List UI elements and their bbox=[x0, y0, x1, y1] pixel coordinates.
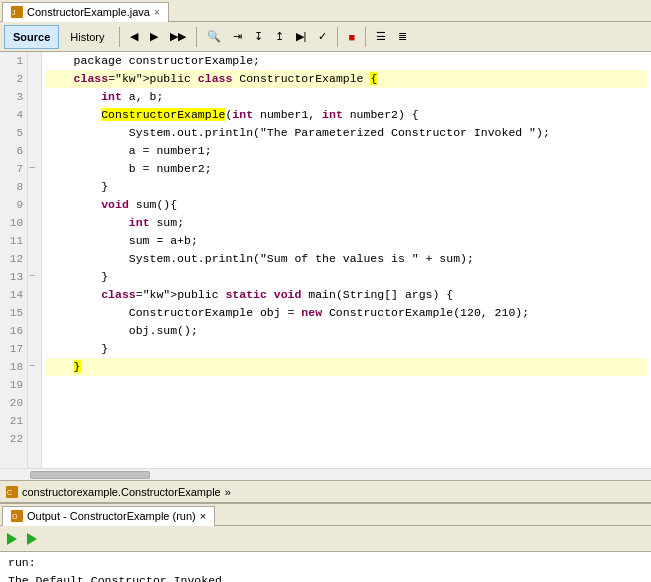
line-number: 18 bbox=[4, 358, 23, 376]
editor-content: 12345678910111213141516171819202122 −−− … bbox=[0, 52, 651, 468]
fold-gutter-cell bbox=[28, 322, 41, 340]
fold-marker[interactable]: − bbox=[29, 160, 35, 178]
fold-gutter-cell bbox=[28, 142, 41, 160]
editor-tab[interactable]: J ConstructorExample.java × bbox=[2, 2, 169, 22]
fold-gutter-cell bbox=[28, 52, 41, 70]
output-content: run:The Default Constructor InvokedSum o… bbox=[0, 552, 651, 582]
editor-tab-bar: J ConstructorExample.java × bbox=[0, 0, 651, 22]
code-line[interactable]: System.out.println("The Parameterized Co… bbox=[46, 124, 647, 142]
code-line[interactable]: class="kw">public static void main(Strin… bbox=[46, 286, 647, 304]
line-number: 13 bbox=[4, 268, 23, 286]
code-line[interactable]: ConstructorExample obj = new Constructor… bbox=[46, 304, 647, 322]
code-line[interactable]: void sum(){ bbox=[46, 196, 647, 214]
fold-gutter-cell bbox=[28, 70, 41, 88]
line-number: 15 bbox=[4, 304, 23, 322]
fold-gutter-cell bbox=[28, 178, 41, 196]
toolbar-search-btn[interactable]: 🔍 bbox=[202, 25, 226, 49]
editor-tab-close[interactable]: × bbox=[154, 7, 160, 18]
toolbar-step-out-btn[interactable]: ↥ bbox=[270, 25, 289, 49]
output-play-btn[interactable] bbox=[4, 531, 20, 547]
fold-gutter-cell: − bbox=[28, 358, 41, 376]
horizontal-scrollbar[interactable] bbox=[0, 468, 651, 480]
svg-text:J: J bbox=[12, 9, 16, 16]
svg-text:O: O bbox=[12, 513, 18, 520]
output-toolbar bbox=[0, 526, 651, 552]
fold-gutter-cell bbox=[28, 214, 41, 232]
code-area[interactable]: package constructorExample; class="kw">p… bbox=[42, 52, 651, 468]
code-line[interactable]: int a, b; bbox=[46, 88, 647, 106]
code-line[interactable]: } bbox=[46, 340, 647, 358]
output-tab-bar: O Output - ConstructorExample (run) × bbox=[0, 504, 651, 526]
toolbar-diff-btn[interactable]: ≣ bbox=[393, 25, 412, 49]
fold-gutter-cell bbox=[28, 376, 41, 394]
toolbar-next-btn[interactable]: ▶ bbox=[145, 25, 163, 49]
code-line[interactable]: obj.sum(); bbox=[46, 322, 647, 340]
code-line[interactable]: int sum; bbox=[46, 214, 647, 232]
code-line[interactable]: } bbox=[46, 268, 647, 286]
line-number: 8 bbox=[4, 178, 23, 196]
toolbar-step-in-btn[interactable]: ↧ bbox=[249, 25, 268, 49]
output-tab[interactable]: O Output - ConstructorExample (run) × bbox=[2, 506, 215, 526]
output-panel: O Output - ConstructorExample (run) × ru… bbox=[0, 502, 651, 582]
bottom-status-bar: C constructorexample.ConstructorExample … bbox=[0, 480, 651, 502]
toolbar-separator-3 bbox=[337, 27, 338, 47]
line-number: 20 bbox=[4, 394, 23, 412]
code-line[interactable]: } bbox=[46, 178, 647, 196]
code-line[interactable]: a = number1; bbox=[46, 142, 647, 160]
line-number: 4 bbox=[4, 106, 23, 124]
output-tab-close[interactable]: × bbox=[200, 510, 206, 522]
code-line[interactable]: b = number2; bbox=[46, 160, 647, 178]
fold-gutter-cell bbox=[28, 250, 41, 268]
fold-gutter-cell bbox=[28, 430, 41, 448]
fold-marker[interactable]: − bbox=[29, 268, 35, 286]
toolbar-back-btn[interactable]: ◀ bbox=[125, 25, 143, 49]
output-icon: O bbox=[11, 510, 23, 522]
editor-toolbar: Source History ◀ ▶ ▶▶ 🔍 ⇥ ↧ ↥ ▶| ✓ ■ ☰ ≣ bbox=[0, 22, 651, 52]
line-number: 9 bbox=[4, 196, 23, 214]
fold-gutter-cell bbox=[28, 124, 41, 142]
output-line: The Default Constructor Invoked bbox=[8, 572, 643, 582]
fold-gutter-cell bbox=[28, 394, 41, 412]
output-tab-label: Output - ConstructorExample (run) bbox=[27, 510, 196, 522]
line-number: 22 bbox=[4, 430, 23, 448]
history-tab[interactable]: History bbox=[61, 25, 113, 49]
line-number: 7 bbox=[4, 160, 23, 178]
code-line[interactable]: sum = a+b; bbox=[46, 232, 647, 250]
fold-gutter-cell bbox=[28, 88, 41, 106]
code-line[interactable]: System.out.println("Sum of the values is… bbox=[46, 250, 647, 268]
line-number: 11 bbox=[4, 232, 23, 250]
class-icon: C bbox=[6, 486, 18, 498]
toolbar-separator-1 bbox=[119, 27, 120, 47]
code-line[interactable]: class="kw">public class ConstructorExamp… bbox=[46, 70, 647, 88]
source-tab[interactable]: Source bbox=[4, 25, 59, 49]
line-number: 6 bbox=[4, 142, 23, 160]
status-arrow: » bbox=[225, 486, 231, 498]
fold-gutter-cell bbox=[28, 304, 41, 322]
output-play2-btn[interactable] bbox=[24, 531, 40, 547]
svg-text:C: C bbox=[7, 489, 12, 496]
fold-gutter-cell bbox=[28, 196, 41, 214]
toolbar-toggle-btn[interactable]: ☰ bbox=[371, 25, 391, 49]
code-line[interactable]: } bbox=[46, 358, 647, 376]
line-number: 19 bbox=[4, 376, 23, 394]
fold-marker[interactable]: − bbox=[29, 358, 35, 376]
java-file-icon: J bbox=[11, 6, 23, 18]
status-class-label: constructorexample.ConstructorExample bbox=[22, 486, 221, 498]
line-number: 17 bbox=[4, 340, 23, 358]
toolbar-run-cursor-btn[interactable]: ▶| bbox=[291, 25, 312, 49]
editor-container: 12345678910111213141516171819202122 −−− … bbox=[0, 52, 651, 480]
toolbar-last-btn[interactable]: ▶▶ bbox=[165, 25, 191, 49]
fold-gutter-cell bbox=[28, 340, 41, 358]
fold-gutter-cell bbox=[28, 106, 41, 124]
line-number: 21 bbox=[4, 412, 23, 430]
toolbar-apply-btn[interactable]: ✓ bbox=[313, 25, 332, 49]
hscroll-thumb[interactable] bbox=[30, 471, 150, 479]
fold-gutter-cell: − bbox=[28, 160, 41, 178]
code-line[interactable]: ConstructorExample(int number1, int numb… bbox=[46, 106, 647, 124]
code-line[interactable]: package constructorExample; bbox=[46, 52, 647, 70]
toolbar-stop-btn[interactable]: ■ bbox=[343, 25, 360, 49]
line-number: 12 bbox=[4, 250, 23, 268]
line-number: 2 bbox=[4, 70, 23, 88]
toolbar-step-over-btn[interactable]: ⇥ bbox=[228, 25, 247, 49]
toolbar-separator-4 bbox=[365, 27, 366, 47]
